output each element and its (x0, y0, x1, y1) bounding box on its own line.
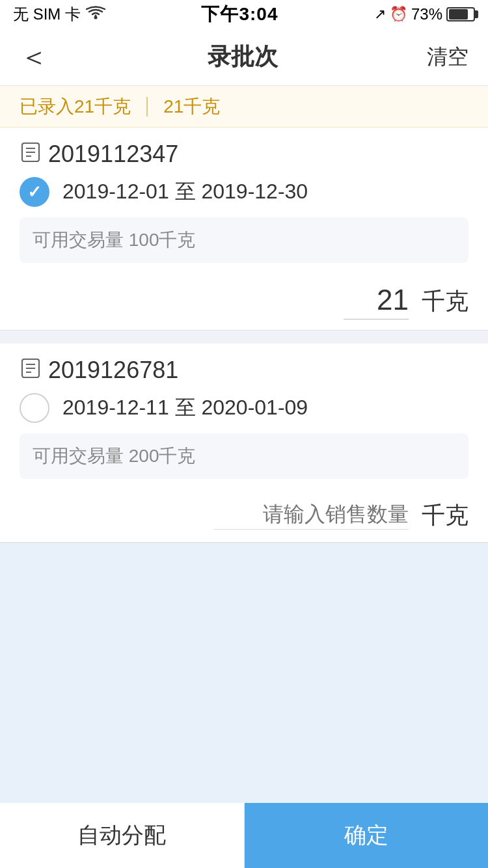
nav-bar: ＜ 录批次 清空 (0, 29, 488, 86)
battery-percent: 73% (411, 5, 442, 23)
location-icon: ↗ (374, 6, 386, 23)
status-bar: 无 SIM 卡 下午3:04 ↗ ⏰ 73% (0, 0, 488, 29)
auto-distribute-button[interactable]: 自动分配 (0, 803, 245, 868)
batch1-card: 2019112347 ✓ 2019-12-01 至 2019-12-30 可用交… (0, 128, 488, 331)
batch1-icon (20, 141, 42, 168)
banner-divider (146, 97, 148, 116)
battery-icon (446, 7, 475, 21)
alarm-icon: ⏰ (390, 6, 407, 23)
batch1-id: 2019112347 (48, 141, 178, 168)
confirm-button[interactable]: 确定 (245, 803, 489, 868)
batch1-amount-row: 千克 (0, 273, 488, 331)
status-bar-right: ↗ ⏰ 73% (374, 5, 475, 23)
bottom-bar: 自动分配 确定 (0, 803, 488, 868)
batch1-amount-input[interactable] (344, 284, 409, 316)
batch1-amount-wrapper (344, 284, 409, 319)
batch1-radio[interactable]: ✓ (20, 177, 49, 207)
batch2-id: 2019126781 (48, 357, 178, 384)
page-title: 录批次 (208, 41, 278, 73)
back-button[interactable]: ＜ (20, 38, 59, 76)
batch1-date-row[interactable]: ✓ 2019-12-01 至 2019-12-30 (20, 177, 468, 207)
wifi-icon (86, 5, 105, 23)
recorded-amount: 已录入21千克 (20, 94, 131, 119)
batch1-id-row: 2019112347 (20, 141, 468, 168)
section-divider (0, 331, 488, 344)
batch2-date: 2019-12-11 至 2020-01-09 (62, 394, 308, 422)
batch1-date: 2019-12-01 至 2019-12-30 (62, 178, 308, 206)
status-bar-left: 无 SIM 卡 (13, 4, 105, 25)
info-banner: 已录入21千克 21千克 (0, 86, 488, 128)
batch1-unit: 千克 (422, 286, 468, 318)
total-amount: 21千克 (163, 94, 220, 119)
batch1-check-icon: ✓ (27, 182, 42, 202)
batch2-icon (20, 357, 42, 384)
batch2-radio[interactable] (20, 393, 49, 423)
status-bar-time: 下午3:04 (201, 2, 278, 27)
clear-button[interactable]: 清空 (427, 43, 468, 72)
batch1-available: 可用交易量 100千克 (20, 217, 468, 263)
batch2-card: 2019126781 2019-12-11 至 2020-01-09 可用交易量… (0, 344, 488, 543)
carrier-text: 无 SIM 卡 (13, 4, 81, 25)
batch2-available: 可用交易量 200千克 (20, 433, 468, 479)
batch2-amount-input[interactable] (213, 502, 409, 526)
batch2-date-row[interactable]: 2019-12-11 至 2020-01-09 (20, 393, 468, 423)
batch2-id-row: 2019126781 (20, 357, 468, 384)
batch2-input-row: 千克 (0, 489, 488, 543)
batch2-unit: 千克 (422, 500, 468, 532)
svg-point-0 (94, 16, 98, 20)
